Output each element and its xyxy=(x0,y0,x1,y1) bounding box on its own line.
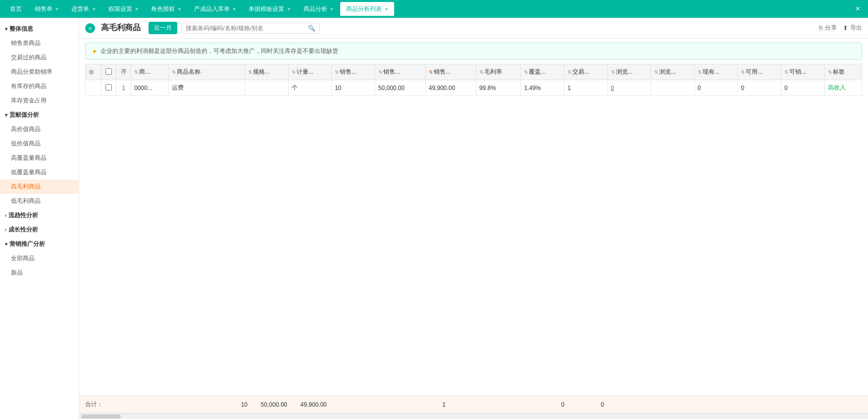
sidebar-item-high-coverage[interactable]: 高覆盖量商品 xyxy=(0,151,79,165)
close-template-tab[interactable]: × xyxy=(287,6,290,12)
table-wrapper: ⚙ 序 ⇅商... ⇅商品名称 ⇅规格... ⇅计量... ⇅销售... ⇅销售… xyxy=(79,64,868,395)
close-product-analysis-tab[interactable]: × xyxy=(330,6,333,12)
nav-tab-permission[interactable]: 权限设置 × xyxy=(102,2,144,16)
sidebar-group-trend[interactable]: › 流趋性分析 xyxy=(0,208,79,223)
sidebar-item-low-coverage[interactable]: 低覆盖量商品 xyxy=(0,165,79,180)
header-actions: ⎘ 分享 ⬆ 导出 xyxy=(819,24,862,32)
th-checkbox[interactable] xyxy=(102,64,116,80)
sidebar-group-contribution[interactable]: ▾ 贡献值分析 xyxy=(0,108,79,122)
arrow-marketing-icon: ▾ xyxy=(5,241,7,247)
sidebar-item-category-rate[interactable]: 商品分类助销率 xyxy=(0,65,79,79)
export-icon: ⬆ xyxy=(843,24,848,32)
row-name: 运费 xyxy=(169,80,245,96)
footer-label: 合计： xyxy=(85,400,113,409)
row-unit: 个 xyxy=(288,80,332,96)
sidebar-group-marketing[interactable]: ▾ 营销推广分析 xyxy=(0,237,79,251)
collapse-sidebar-btn[interactable]: « xyxy=(85,23,95,33)
footer-available: 0 xyxy=(568,401,608,408)
th-unit[interactable]: ⇅计量... xyxy=(288,64,332,80)
close-product-in-tab[interactable]: × xyxy=(233,6,236,12)
search-icon[interactable]: 🔍 xyxy=(308,25,315,32)
th-sales-profit[interactable]: ⇅销售... xyxy=(425,64,476,80)
select-all-checkbox[interactable] xyxy=(105,68,112,75)
nav-tab-product-in[interactable]: 产成品入库单 × xyxy=(188,2,242,16)
th-available[interactable]: ⇅可用... xyxy=(738,64,781,80)
share-btn[interactable]: ⎘ 分享 xyxy=(819,24,837,32)
th-spec[interactable]: ⇅规格... xyxy=(245,64,289,80)
th-view2[interactable]: ⇅浏览... xyxy=(651,64,695,80)
th-current-stock[interactable]: ⇅现有... xyxy=(694,64,738,80)
nav-tab-template[interactable]: 单据模板设置 × xyxy=(243,2,296,16)
close-sales-tab[interactable]: × xyxy=(55,6,58,12)
sidebar-group-overall[interactable]: ▾ 整体信息 xyxy=(0,22,79,36)
row-view1[interactable]: 0 xyxy=(608,80,651,96)
info-banner: ✦ 企业的主要的利润都是这部分商品创造的，可考虑加大推广，同时关注库存是不要出现… xyxy=(85,43,862,60)
sidebar-item-new-goods[interactable]: 新品 xyxy=(0,266,79,280)
footer-spacer4 xyxy=(489,401,529,408)
th-gross-margin[interactable]: ⇅毛利率 xyxy=(476,64,521,80)
horizontal-scrollbar[interactable] xyxy=(79,413,868,419)
close-product-analysis-list-tab[interactable]: × xyxy=(385,6,388,12)
sidebar-group-growth[interactable]: › 成长性分析 xyxy=(0,223,79,237)
th-gear[interactable]: ⚙ xyxy=(86,64,102,80)
close-role-tab[interactable]: × xyxy=(178,6,181,12)
gear-icon[interactable]: ⚙ xyxy=(89,69,94,76)
th-sales-amount[interactable]: ⇅销售... xyxy=(375,64,425,80)
footer-cells: 10 50,000.00 49,900.00 1 0 0 xyxy=(113,401,862,408)
export-btn[interactable]: ⬆ 导出 xyxy=(843,24,862,32)
close-window-btn[interactable]: × xyxy=(852,4,864,13)
view1-link[interactable]: 0 xyxy=(611,85,614,92)
sidebar-item-stock-capital[interactable]: 库存资金占用 xyxy=(0,93,79,108)
sidebar-item-high-margin[interactable]: 高毛利商品 xyxy=(0,180,79,194)
row-gross-margin: 99.8% xyxy=(476,80,521,96)
search-box: 🔍 xyxy=(181,23,320,34)
row-transaction: 1 xyxy=(564,80,608,96)
th-view1[interactable]: ⇅浏览... xyxy=(608,64,651,80)
sidebar-item-traded-goods[interactable]: 交易过的商品 xyxy=(0,50,79,65)
th-coverage[interactable]: ⇅覆盖... xyxy=(521,64,564,80)
sidebar-item-low-value[interactable]: 低价值商品 xyxy=(0,137,79,151)
sidebar-item-in-stock[interactable]: 有库存的商品 xyxy=(0,79,79,93)
row-code: 0000... xyxy=(131,80,169,96)
row-gear xyxy=(86,80,102,96)
close-purchase-tab[interactable]: × xyxy=(92,6,95,12)
row-index: 1 xyxy=(116,80,131,96)
nav-tab-sales[interactable]: 销售单 × xyxy=(29,2,64,16)
th-transaction[interactable]: ⇅交易... xyxy=(564,64,608,80)
sidebar-item-high-value[interactable]: 高价值商品 xyxy=(0,122,79,137)
nav-tab-role[interactable]: 角色授权 × xyxy=(145,2,187,16)
th-name[interactable]: ⇅商品名称 xyxy=(169,64,245,80)
scroll-thumb[interactable] xyxy=(81,415,121,419)
share-icon: ⎘ xyxy=(819,24,823,32)
nav-tab-purchase[interactable]: 进货单 × xyxy=(65,2,101,16)
th-index: 序 xyxy=(116,64,131,80)
nav-tab-product-analysis[interactable]: 商品分析 × xyxy=(298,2,339,16)
row-available: 0 xyxy=(738,80,781,96)
th-tag[interactable]: ⇅标签 xyxy=(824,64,862,80)
close-permission-tab[interactable]: × xyxy=(135,6,138,12)
row-tag: 高收入 xyxy=(824,80,862,96)
th-sellable[interactable]: ⇅可销... xyxy=(781,64,824,80)
arrow-trend-icon: › xyxy=(5,213,6,218)
search-input[interactable] xyxy=(186,25,306,32)
footer-current-stock: 0 xyxy=(529,401,568,408)
nav-tab-home[interactable]: 首页 xyxy=(4,2,28,16)
footer-sales-qty: 10 xyxy=(212,401,252,408)
th-code[interactable]: ⇅商... xyxy=(131,64,169,80)
row-spec xyxy=(245,80,289,96)
footer-transaction: 1 xyxy=(410,401,450,408)
sidebar-item-low-margin[interactable]: 低毛利商品 xyxy=(0,194,79,208)
filter-recent-month-btn[interactable]: 近一月 xyxy=(149,22,177,34)
th-sales-qty[interactable]: ⇅销售... xyxy=(332,64,375,80)
arrow-contribution-icon: ▾ xyxy=(5,112,7,118)
arrow-growth-icon: › xyxy=(5,227,6,233)
sidebar-item-sales-goods[interactable]: 销售类商品 xyxy=(0,36,79,50)
arrow-overall-icon: ▾ xyxy=(5,26,7,32)
page-title: 高毛利商品 xyxy=(101,23,141,33)
nav-tab-product-analysis-list[interactable]: 商品分析列表 × xyxy=(340,2,394,16)
sidebar-item-all-goods[interactable]: 全部商品 xyxy=(0,251,79,266)
content-header: « 高毛利商品 近一月 🔍 ⎘ 分享 ⬆ 导出 xyxy=(79,18,868,39)
table-row: 1 0000... 运费 个 10 50,000.00 49,900.00 99… xyxy=(86,80,862,96)
row-select-checkbox[interactable] xyxy=(105,84,112,91)
row-checkbox[interactable] xyxy=(102,80,116,96)
